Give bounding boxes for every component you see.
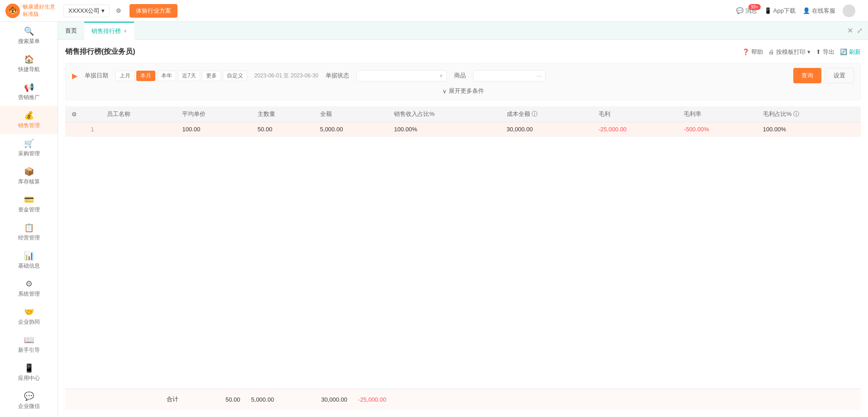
industry-button[interactable]: 体验行业方案 — [129, 4, 177, 18]
sidebar-item-label: 资金管理 — [18, 206, 40, 214]
avatar[interactable] — [843, 5, 855, 17]
online-service-button[interactable]: 👤 在线客服 — [803, 7, 835, 15]
sidebar-item-sales[interactable]: 💰 销售管理 — [0, 106, 58, 134]
content-area: 首页 销售排行榜 × ✕ ⤢ 销售排行榜(按业务员) — [58, 22, 868, 417]
sidebar-item-purchase[interactable]: 🛒 采购管理 — [0, 134, 58, 162]
filter-area: ▶ 单据日期 上月 本月 本年 近7天 更多 自定义 2023-06-01 至 … — [65, 63, 861, 100]
company-name: XXXXX公司 — [68, 7, 100, 15]
sidebar-item-label: 销售管理 — [18, 122, 40, 129]
apps-icon: 📱 — [24, 363, 34, 373]
footer-spacer — [184, 397, 220, 402]
expand-more-btn[interactable]: ∨ 展开更多条件 — [442, 87, 484, 95]
date-prev-month-btn[interactable]: 上月 — [115, 71, 134, 81]
collab-icon: 🤝 — [24, 307, 34, 317]
col-rank — [83, 106, 101, 122]
sidebar-item-label: 系统管理 — [18, 290, 40, 298]
logo-area: 🐯 畅康通好生意 标准版 — [5, 4, 60, 18]
help-icon: ❓ — [742, 48, 749, 55]
goods-more-icon[interactable]: ··· — [537, 72, 542, 79]
footer-cost-amount: 30,000.00 — [316, 393, 353, 406]
footer-spacer2 — [279, 397, 316, 402]
col-settings[interactable]: ⚙ — [65, 106, 83, 122]
col-name: 员工名称 — [101, 106, 177, 122]
sidebar-item-label: 快捷导航 — [18, 66, 40, 73]
row-main-qty: 50.00 — [252, 122, 315, 137]
sidebar-item-search[interactable]: 🔍 搜索菜单 — [0, 22, 58, 50]
tab-close-icon[interactable]: × — [124, 28, 127, 34]
date-custom-btn[interactable]: 自定义 — [223, 71, 247, 81]
status-select-arrow: ▾ — [440, 72, 443, 79]
date-range-display: 2023-06-01 至 2023-06-30 — [254, 72, 318, 80]
app-download-button[interactable]: 📱 App下载 — [764, 7, 796, 15]
sidebar-item-quick-nav[interactable]: 🏠 快捷导航 — [0, 50, 58, 78]
maximize-window-button[interactable]: ⤢ — [857, 26, 863, 35]
management-icon: 📋 — [24, 223, 34, 233]
basics-icon: 📊 — [24, 251, 34, 261]
status-select[interactable]: ▾ — [356, 70, 447, 81]
footer-total-label: 合计 — [161, 393, 184, 406]
sidebar: 🔍 搜索菜单 🏠 快捷导航 📢 营销推广 💰 销售管理 🛒 采购管理 📦 — [0, 22, 58, 417]
expand-more-row: ∨ 展开更多条件 — [72, 87, 854, 95]
date-year-btn[interactable]: 本年 — [157, 71, 176, 81]
sidebar-item-label: 企业微信 — [18, 403, 40, 410]
print-button[interactable]: 🖨 按模板打印 ▾ — [768, 48, 810, 56]
row-sales-pct: 100.00% — [388, 122, 501, 137]
sidebar-item-label: 库存核算 — [18, 178, 40, 186]
row-settings — [65, 122, 83, 137]
row-gross-rate: -500.00% — [678, 122, 757, 137]
footer-main-qty: 50.00 — [220, 393, 246, 406]
tab-controls: ✕ ⤢ — [847, 26, 868, 35]
row-rank: 1 — [83, 122, 101, 137]
sidebar-item-label: 采购管理 — [18, 150, 40, 158]
sidebar-item-basics[interactable]: 📊 基础信息 — [0, 246, 58, 274]
sidebar-item-management[interactable]: 📋 经营管理 — [0, 218, 58, 246]
guide-icon: 📖 — [24, 335, 34, 345]
help-button[interactable]: ❓ 帮助 — [742, 48, 763, 56]
sidebar-item-finance[interactable]: 💳 资金管理 — [0, 190, 58, 218]
sidebar-item-vip[interactable]: V 畅会员 — [0, 415, 58, 417]
sidebar-item-marketing[interactable]: 📢 营销推广 — [0, 78, 58, 106]
table-row: 1 100.00 50.00 5,000.00 100.00% 30,000.0… — [65, 122, 861, 137]
sidebar-item-collab[interactable]: 🤝 企业协同 — [0, 302, 58, 331]
refresh-icon: 🔄 — [840, 48, 847, 55]
print-icon: 🖨 — [768, 48, 774, 55]
refresh-button[interactable]: 🔄 刷新 — [840, 48, 861, 56]
tab-home[interactable]: 首页 — [58, 22, 84, 40]
filter-expand-arrow[interactable]: ▶ — [72, 72, 77, 80]
sidebar-item-label: 搜索菜单 — [18, 38, 40, 45]
date-buttons: 上月 本月 本年 近7天 更多 自定义 — [115, 71, 247, 81]
message-badge: 99+ — [748, 4, 761, 10]
export-button[interactable]: ⬆ 导出 — [816, 48, 834, 56]
setting-button[interactable]: 设置 — [825, 68, 854, 83]
settings-icon[interactable]: ⚙ — [112, 5, 125, 17]
table-header: ⚙ 员工名称 平均单价 主数量 全额 销售收入占比% 成本全额 ⓘ 毛利 毛利率 — [65, 106, 861, 122]
wechat-icon: 💬 — [24, 391, 34, 401]
tab-bar: 首页 销售排行榜 × ✕ ⤢ — [58, 22, 868, 40]
inventory-icon: 📦 — [24, 167, 34, 177]
message-button[interactable]: 💬 消息 99+ — [736, 7, 757, 15]
sidebar-item-inventory[interactable]: 📦 库存核算 — [0, 162, 58, 190]
date-more-btn[interactable]: 更多 — [202, 71, 221, 81]
export-icon: ⬆ — [816, 48, 821, 55]
row-name — [101, 122, 177, 137]
table-footer: 合计 50.00 5,000.00 30,000.00 -25,000.00 — [65, 388, 861, 410]
col-gross-rate: 毛利率 — [678, 106, 757, 122]
logo-icon: 🐯 — [5, 4, 20, 18]
sidebar-item-label: 营销推广 — [18, 94, 40, 101]
goods-select[interactable]: ··· — [473, 70, 546, 81]
company-selector[interactable]: XXXXX公司 ▾ — [63, 5, 110, 17]
sidebar-item-guide[interactable]: 📖 新手引导 — [0, 331, 58, 359]
col-amount: 全额 — [315, 106, 388, 122]
sidebar-item-system[interactable]: ⚙ 系统管理 — [0, 274, 58, 302]
table-container: ⚙ 员工名称 平均单价 主数量 全额 销售收入占比% 成本全额 ⓘ 毛利 毛利率 — [65, 106, 861, 388]
sidebar-item-apps[interactable]: 📱 应用中心 — [0, 359, 58, 387]
row-amount: 5,000.00 — [315, 122, 388, 137]
sidebar-item-wechat[interactable]: 💬 企业微信 — [0, 387, 58, 415]
expand-down-icon: ∨ — [442, 88, 447, 95]
close-window-button[interactable]: ✕ — [847, 26, 853, 35]
date-cur-month-btn[interactable]: 本月 — [136, 71, 155, 81]
query-button[interactable]: 查询 — [793, 68, 821, 83]
tab-sales-ranking[interactable]: 销售排行榜 × — [84, 22, 134, 40]
chevron-down-icon: ▾ — [101, 7, 105, 14]
date-7d-btn[interactable]: 近7天 — [178, 71, 200, 81]
